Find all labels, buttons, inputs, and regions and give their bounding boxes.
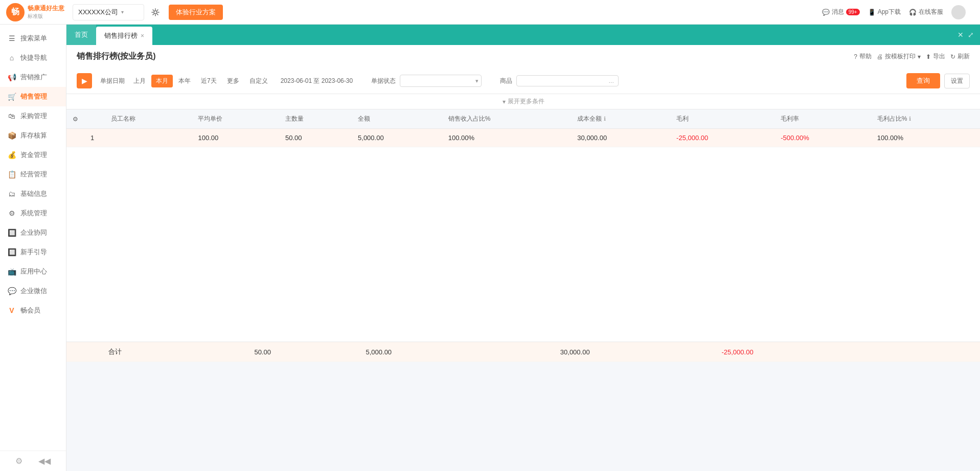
refresh-button[interactable]: ↻ 刷新: [950, 52, 970, 61]
page-header: 销售排行榜(按业务员) ? 帮助 🖨 按模板打印 ▾: [66, 45, 980, 94]
marketing-icon: 📢: [7, 73, 16, 82]
table-footer: 合计 50.00 5,000.00 30,000.00 -25,000.00: [66, 342, 980, 362]
footer-amount-cell: 5,000.00: [360, 342, 507, 362]
th-gross: 毛利: [670, 109, 774, 129]
date-filter-label: 单据日期: [100, 77, 125, 85]
sidebar-item-management[interactable]: 📋 经营管理: [0, 165, 66, 184]
date-tab-thismonth[interactable]: 本月: [151, 75, 173, 87]
date-tab-7days[interactable]: 近7天: [196, 75, 221, 87]
th-name: 员工名称: [105, 109, 192, 129]
online-service-button[interactable]: 🎧 在线客服: [909, 8, 943, 16]
date-tab-lastmonth[interactable]: 上月: [129, 75, 150, 87]
sidebar-label-member: 畅会员: [20, 306, 40, 315]
footer-cost-cell: 30,000.00: [554, 342, 716, 362]
avatar[interactable]: [951, 5, 966, 19]
tab-close-icon[interactable]: ×: [141, 32, 144, 39]
goods-input[interactable]: [521, 77, 608, 84]
footer-row: 合计 50.00 5,000.00 30,000.00 -25,000.00: [66, 342, 980, 362]
date-tabs: 上月 本月 本年 近7天 更多 自定义: [129, 75, 272, 87]
footer-gear-cell: [66, 342, 82, 362]
sidebar-item-purchase[interactable]: 🛍 采购管理: [0, 106, 66, 126]
finance-icon: 💰: [7, 150, 16, 160]
goods-more-icon[interactable]: …: [608, 78, 614, 84]
sidebar-item-basic[interactable]: 🗂 基础信息: [0, 184, 66, 204]
filter-collapse-button[interactable]: ▶: [77, 73, 92, 88]
query-button[interactable]: 查询: [906, 73, 940, 88]
filter-date-item: 单据日期 上月 本月 本年 近7天 更多 自定义 2023-06-01 至 20…: [100, 75, 353, 87]
sidebar-item-search[interactable]: ☰ 搜索菜单: [0, 29, 66, 48]
sidebar-item-inventory[interactable]: 📦 库存核算: [0, 126, 66, 145]
company-selector[interactable]: XXXXXX公司 ▾: [73, 4, 144, 20]
footer-gross-cell: -25,000.00: [715, 342, 885, 362]
status-select-wrapper: [400, 75, 482, 87]
sidebar-item-quicknav[interactable]: ⌂ 快捷导航: [0, 48, 66, 68]
date-tab-custom[interactable]: 自定义: [245, 75, 272, 87]
row-cost: 30,000.00: [571, 129, 670, 147]
sidebar-item-system[interactable]: ⚙ 系统管理: [0, 204, 66, 223]
footer-table: 合计 50.00 5,000.00 30,000.00 -25,000.00: [66, 342, 980, 362]
tab-sales-ranking[interactable]: 销售排行榜 ×: [96, 27, 152, 45]
export-button[interactable]: ⬆ 导出: [926, 52, 945, 61]
tab-restore-icon[interactable]: ⤢: [968, 31, 974, 39]
sidebar-label-system: 系统管理: [20, 209, 47, 218]
footer-qty-cell: 50.00: [248, 342, 359, 362]
sidebar-item-guide[interactable]: 🔲 新手引导: [0, 242, 66, 262]
status-filter-label: 单据状态: [371, 77, 396, 85]
filter-row-1: ▶ 单据日期 上月 本月 本年 近7天 更多 自定义: [77, 73, 970, 88]
print-dropdown-arrow: ▾: [918, 53, 921, 60]
empty-space: [66, 147, 980, 342]
refresh-icon: ↻: [950, 53, 955, 60]
sidebar-item-cooperation[interactable]: 🔲 企业协同: [0, 223, 66, 242]
sidebar-label-cooperation: 企业协同: [20, 228, 47, 237]
cooperation-icon: 🔲: [7, 228, 16, 237]
sidebar: ☰ 搜索菜单 ⌂ 快捷导航 📢 营销推广 🛒 销售管理 🛍 采购管理: [0, 25, 66, 471]
filter-collapse-icon: ▶: [82, 77, 87, 85]
tab-home[interactable]: 首页: [66, 25, 96, 45]
footer-total-label: 合计: [108, 348, 122, 355]
message-button[interactable]: 💬 消息 99+: [822, 8, 860, 16]
sidebar-item-finance[interactable]: 💰 资金管理: [0, 145, 66, 165]
sidebar-item-sales[interactable]: 🛒 销售管理: [0, 87, 66, 106]
table-gear-icon[interactable]: ⚙: [73, 116, 78, 123]
sidebar-item-member[interactable]: V 畅会员: [0, 301, 66, 320]
trial-button[interactable]: 体验行业方案: [169, 5, 223, 20]
sidebar-item-wechat[interactable]: 💬 企业微信: [0, 281, 66, 301]
sidebar-item-marketing[interactable]: 📢 营销推广: [0, 68, 66, 87]
print-button[interactable]: 🖨 按模板打印 ▾: [877, 52, 921, 61]
sidebar-label-basic: 基础信息: [20, 189, 47, 198]
main-area: ☰ 搜索菜单 ⌂ 快捷导航 📢 营销推广 🛒 销售管理 🛍 采购管理: [0, 25, 980, 471]
settings-text-button[interactable]: 设置: [944, 74, 970, 88]
sidebar-item-appcenter[interactable]: 📺 应用中心: [0, 262, 66, 281]
logo-icon: 畅: [6, 3, 25, 21]
expand-more-label: 展开更多条件: [508, 97, 544, 106]
table-head: ⚙ 员工名称 平均单价 主数量 全额 销售收入占比% 成本全额: [66, 109, 980, 129]
page-title: 销售排行榜(按业务员): [77, 51, 156, 62]
footer-salespct-cell: [507, 342, 554, 362]
row-gear: [66, 129, 84, 147]
sidebar-settings-icon[interactable]: ⚙: [15, 456, 22, 466]
sidebar-label-guide: 新手引导: [20, 248, 47, 257]
sidebar-label-appcenter: 应用中心: [20, 267, 47, 276]
date-range-text: 2023-06-01 至 2023-06-30: [281, 77, 353, 85]
topbar-settings-button[interactable]: [147, 4, 164, 20]
sidebar-collapse-icon[interactable]: ◀◀: [38, 456, 51, 466]
row-gross: -25,000.00: [670, 129, 774, 147]
expand-more-button[interactable]: ▾ 展开更多条件: [503, 97, 544, 106]
help-button[interactable]: ? 帮助: [854, 52, 872, 61]
table-body: 1 100.00 50.00 5,000.00 100.00% 30,000.0…: [66, 129, 980, 147]
sidebar-label-marketing: 营销推广: [20, 73, 47, 82]
th-avg-price: 平均单价: [192, 109, 279, 129]
app-download-button[interactable]: 📱 App下载: [868, 8, 901, 16]
footer-body: 合计 50.00 5,000.00 30,000.00 -25,000.00: [66, 342, 980, 362]
date-tab-thisyear[interactable]: 本年: [174, 75, 195, 87]
tab-close-window-icon[interactable]: ✕: [958, 31, 964, 39]
row-avg-price: 100.00: [192, 129, 279, 147]
date-tab-more[interactable]: 更多: [222, 75, 244, 87]
table-row: 1 100.00 50.00 5,000.00 100.00% 30,000.0…: [66, 129, 980, 147]
status-select[interactable]: [400, 75, 482, 87]
sidebar-label-sales: 销售管理: [20, 92, 47, 101]
sidebar-label-inventory: 库存核算: [20, 131, 47, 140]
sidebar-label-management: 经营管理: [20, 170, 47, 179]
filter-area: ▶ 单据日期 上月 本月 本年 近7天 更多 自定义: [77, 68, 970, 94]
th-qty: 主数量: [279, 109, 352, 129]
